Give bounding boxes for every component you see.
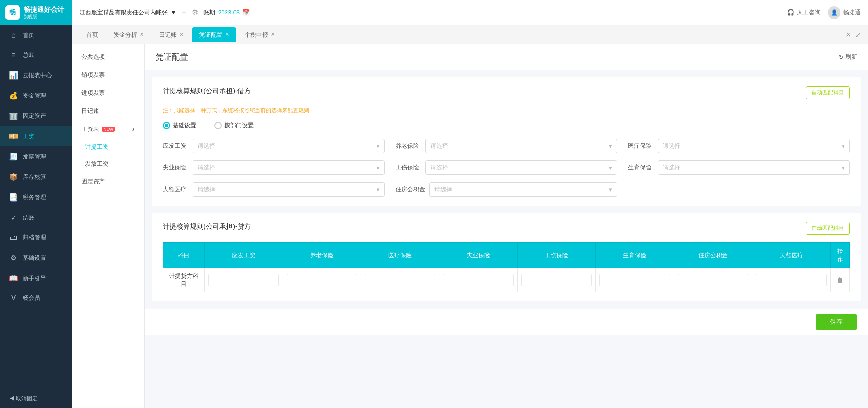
refresh-icon: ↻	[839, 54, 844, 61]
left-nav-purchase[interactable]: 进项发票	[72, 84, 144, 102]
row-injury-cell[interactable]	[518, 268, 596, 292]
tab-journal[interactable]: 日记账 ✕	[152, 27, 190, 42]
field-housing-fund: 住房公积金 请选择 ▾	[396, 182, 618, 197]
sidebar-item-salary[interactable]: 💴 工资	[0, 126, 72, 146]
left-nav-public[interactable]: 公共选项	[72, 48, 144, 66]
housing-input[interactable]	[678, 274, 748, 286]
row-large-medical-cell[interactable]	[752, 268, 830, 292]
save-button[interactable]: 保存	[816, 314, 857, 330]
tab-voucher[interactable]: 凭证配置 ✕	[192, 27, 236, 42]
period-selector[interactable]: 账期 2023-03 📅	[203, 9, 250, 17]
reports-icon: 📊	[9, 71, 18, 80]
unemployment-input[interactable]	[443, 274, 514, 286]
sidebar-item-invoice[interactable]: 🧾 发票管理	[0, 146, 72, 167]
sidebar-item-assets[interactable]: 🏢 固定资产	[0, 106, 72, 126]
large-medical-input[interactable]	[756, 274, 826, 286]
refresh-label: 刷新	[845, 53, 857, 61]
tax-icon: 📑	[9, 193, 18, 202]
topbar-right: 🎧 人工咨询 👤 畅捷通	[787, 6, 861, 19]
unemployment-select[interactable]: 请选择 ▾	[193, 160, 385, 175]
sidebar-item-label: 工资	[23, 132, 34, 141]
sidebar-item-ledger[interactable]: ≡ 总账	[0, 45, 72, 65]
maternity-input[interactable]	[599, 274, 670, 286]
left-nav-salary-table[interactable]: 工资表 NEW ∨	[72, 120, 144, 138]
tab-journal-close[interactable]: ✕	[179, 32, 184, 38]
tab-home-label: 首页	[86, 31, 98, 39]
sidebar-item-label: 新手引导	[23, 274, 46, 282]
radio-basic-label: 基础设置	[173, 122, 196, 130]
large-medical-select-arrow: ▾	[377, 186, 380, 193]
sidebar-item-inventory[interactable]: 📦 库存核算	[0, 167, 72, 187]
injury-label: 工伤保险	[396, 164, 421, 172]
sidebar-item-label: 基础设置	[23, 254, 46, 262]
expand-icon[interactable]: ⤢	[855, 30, 861, 39]
sidebar-item-archive[interactable]: 🗃 归档管理	[0, 228, 72, 248]
sidebar-item-guide[interactable]: 📖 新手引导	[0, 268, 72, 288]
left-nav-journal[interactable]: 日记账	[72, 102, 144, 120]
row-unemployment-cell[interactable]	[439, 268, 517, 292]
debit-section: 计提核算规则(公司承担)-借方 自动匹配科目 注：只能选择一种方式，系统将按照您…	[152, 77, 861, 206]
radio-basic-circle	[163, 122, 170, 129]
medical-select[interactable]: 请选择 ▾	[658, 139, 850, 153]
pension-select-arrow: ▾	[609, 143, 612, 150]
sidebar-item-funds[interactable]: 💰 资金管理	[0, 85, 72, 106]
sidebar-item-vip[interactable]: V 畅会员	[0, 288, 72, 308]
salary-input[interactable]	[208, 274, 279, 286]
refresh-button[interactable]: ↻ 刷新	[839, 53, 857, 61]
row-salary-cell[interactable]	[204, 268, 283, 292]
tab-funds-close[interactable]: ✕	[140, 32, 144, 38]
maternity-select[interactable]: 请选择 ▾	[658, 160, 850, 175]
salary-select[interactable]: 请选择 ▾	[193, 139, 385, 153]
pension-input[interactable]	[287, 274, 357, 286]
sidebar-item-checkout[interactable]: ✓ 结账	[0, 207, 72, 228]
tabbar: 首页 资金分析 ✕ 日记账 ✕ 凭证配置 ✕ 个税申报 ✕ ✕ ⤢	[72, 25, 868, 44]
tab-voucher-close[interactable]: ✕	[225, 32, 229, 38]
row-housing-cell[interactable]	[674, 268, 752, 292]
user-menu[interactable]: 👤 畅捷通	[828, 6, 861, 19]
maternity-select-arrow: ▾	[842, 164, 845, 171]
add-account-icon[interactable]: +	[182, 8, 187, 17]
tab-funds[interactable]: 资金分析 ✕	[107, 27, 151, 42]
left-nav-pay-salary[interactable]: 发放工资	[72, 155, 144, 173]
credit-title: 计提核算规则(公司承担)-贷方	[163, 222, 251, 231]
tab-tax-close[interactable]: ✕	[271, 32, 275, 38]
sidebar-item-tax[interactable]: 📑 税务管理	[0, 187, 72, 207]
credit-auto-match-button[interactable]: 自动匹配科目	[806, 222, 850, 235]
medical-select-placeholder: 请选择	[663, 142, 680, 150]
left-nav-advance-salary[interactable]: 计提工资	[72, 138, 144, 155]
large-medical-select[interactable]: 请选择 ▾	[193, 182, 385, 197]
close-all-icon[interactable]: ✕	[845, 30, 851, 39]
tab-home[interactable]: 首页	[80, 27, 105, 42]
col-housing-fund: 住房公积金	[674, 243, 752, 268]
sidebar-item-home[interactable]: ⌂ 首页	[0, 25, 72, 45]
company-dropdown-icon: ▼	[170, 9, 176, 16]
service-button[interactable]: 🎧 人工咨询	[787, 9, 821, 17]
sidebar-item-label: 总账	[23, 51, 34, 59]
tab-tax[interactable]: 个税申报 ✕	[238, 27, 282, 42]
row-medical-cell[interactable]	[361, 268, 439, 292]
settings-gear-icon[interactable]: ⚙	[192, 8, 198, 17]
injury-input[interactable]	[521, 274, 592, 286]
large-medical-label: 大额医疗	[163, 185, 188, 193]
sidebar-item-label: 税务管理	[23, 193, 46, 202]
injury-select[interactable]: 请选择 ▾	[425, 160, 618, 175]
sidebar-item-reports[interactable]: 📊 云报表中心	[0, 65, 72, 85]
company-selector[interactable]: 江西服宝精品有限责任公司内账张 ▼	[80, 9, 176, 17]
left-nav-fixed-assets[interactable]: 固定资产	[72, 173, 144, 191]
radio-dept[interactable]: 按部门设置	[214, 122, 254, 130]
unpin-button[interactable]: ◀ 取消固定	[0, 389, 72, 408]
left-nav-sales-label: 销项发票	[81, 71, 105, 79]
left-nav-sales[interactable]: 销项发票	[72, 66, 144, 84]
medical-input[interactable]	[365, 274, 435, 286]
row-maternity-cell[interactable]	[596, 268, 674, 292]
sidebar-item-settings[interactable]: ⚙ 基础设置	[0, 248, 72, 268]
housing-fund-select[interactable]: 请选择 ▾	[429, 182, 618, 197]
delete-icon[interactable]: 🗑	[837, 277, 843, 284]
debit-auto-match-button[interactable]: 自动匹配科目	[806, 86, 850, 99]
sidebar: 畅 畅捷通好会计 旗舰版 ⌂ 首页 ≡ 总账 📊 云报表中心 💰 资金管理 🏢 …	[0, 0, 72, 408]
radio-basic[interactable]: 基础设置	[163, 122, 196, 130]
col-pension: 养老保险	[283, 243, 361, 268]
row-pension-cell[interactable]	[283, 268, 361, 292]
pension-select[interactable]: 请选择 ▾	[425, 139, 618, 153]
row-action-cell: 🗑	[830, 268, 849, 292]
